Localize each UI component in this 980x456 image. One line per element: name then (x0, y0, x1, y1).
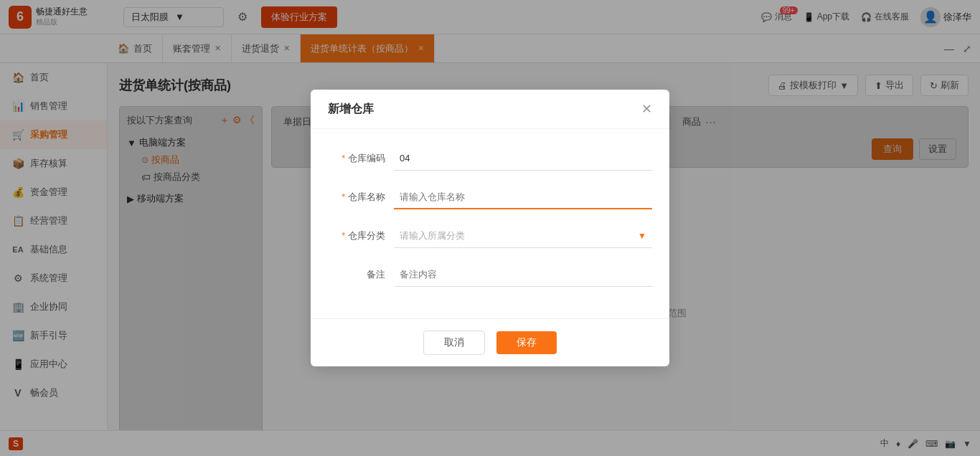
warehouse-modal: 新增仓库 ✕ 仓库编码 仓库名称 仓库分类 请输入所属分类 (311, 90, 669, 366)
modal-close-button[interactable]: ✕ (641, 101, 652, 117)
warehouse-category-wrapper: 请输入所属分类 ▼ (394, 224, 652, 248)
warehouse-name-input[interactable] (394, 185, 652, 209)
save-button[interactable]: 保存 (496, 331, 557, 354)
modal-title: 新增仓库 (328, 102, 374, 117)
form-row-category: 仓库分类 请输入所属分类 ▼ (328, 224, 652, 248)
remark-input[interactable] (394, 262, 652, 287)
remark-label: 备注 (328, 268, 385, 281)
modal-body: 仓库编码 仓库名称 仓库分类 请输入所属分类 ▼ 备注 (311, 129, 669, 318)
form-row-code: 仓库编码 (328, 146, 652, 171)
form-row-remark: 备注 (328, 262, 652, 287)
warehouse-category-select[interactable]: 请输入所属分类 (394, 224, 652, 248)
warehouse-name-label: 仓库名称 (328, 191, 385, 204)
warehouse-code-input[interactable] (394, 146, 652, 171)
form-row-name: 仓库名称 (328, 185, 652, 209)
cancel-button[interactable]: 取消 (423, 331, 485, 355)
warehouse-code-label: 仓库编码 (328, 152, 385, 165)
modal-header: 新增仓库 ✕ (311, 90, 669, 129)
modal-overlay: 新增仓库 ✕ 仓库编码 仓库名称 仓库分类 请输入所属分类 (0, 0, 980, 456)
modal-footer: 取消 保存 (311, 318, 669, 366)
warehouse-category-label: 仓库分类 (328, 229, 385, 242)
